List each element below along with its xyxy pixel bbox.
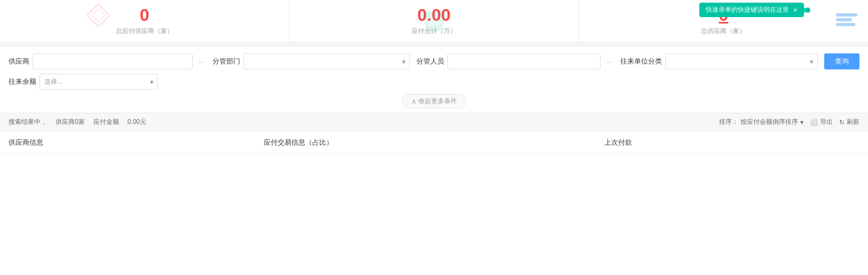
filter-bar: 供应商 ··· 分管部门 ▾ 分管人员 ··· 往来单位分类	[0, 47, 868, 113]
result-info: 搜索结果中， 供应商0家 应付金额 0.00元	[9, 117, 146, 127]
supplier-dots-btn[interactable]: ···	[196, 58, 206, 66]
result-amount-label: 应付金额	[93, 117, 119, 127]
person-filter: 分管人员 ···	[416, 53, 614, 69]
collapse-btn[interactable]: ∧ 收起更多条件	[402, 94, 466, 108]
person-dots-btn[interactable]: ···	[604, 58, 614, 66]
person-label: 分管人员	[416, 57, 444, 66]
refresh-icon: ↻	[839, 119, 845, 126]
sort-label: 排序：	[719, 117, 738, 127]
refresh-button[interactable]: ↻ 刷新	[839, 117, 859, 127]
filter-row-1: 供应商 ··· 分管部门 ▾ 分管人员 ··· 往来单位分类	[9, 53, 859, 69]
sort-button[interactable]: 排序： 按应付会额倒序排序 ▾	[719, 117, 803, 127]
unit-class-select-wrap[interactable]: ▾	[665, 53, 818, 69]
supplier-label: 供应商	[9, 57, 29, 66]
table-body	[0, 154, 868, 275]
result-amount-value: 0.00元	[128, 117, 146, 127]
result-supplier-count: 供应商0家	[56, 117, 85, 127]
person-input[interactable]	[447, 53, 601, 69]
balance-select[interactable]: 选择...	[40, 74, 158, 90]
supplier-input[interactable]	[33, 53, 193, 69]
supplier-filter: 供应商 ···	[9, 53, 206, 69]
tooltip-bubble: 快速录单的快捷键说明在这里 ×	[699, 3, 804, 17]
result-actions: 排序： 按应付会额倒序排序 ▾ ⬜ 导出 ↻ 刷新	[719, 117, 859, 127]
stat-total-payable-suppliers: 0 总应付供应商（家）	[0, 0, 289, 42]
collapse-up-icon: ∧	[412, 98, 416, 105]
dept-label: 分管部门	[212, 57, 240, 66]
dept-select[interactable]	[243, 53, 410, 69]
col-header-supplier: 供应商信息	[9, 138, 264, 147]
dept-filter: 分管部门 ▾	[212, 53, 410, 69]
col-header-lastpay: 上次付款	[604, 138, 859, 147]
balance-filter: 往来余额 选择... ▾	[9, 74, 158, 90]
svg-rect-0	[86, 4, 109, 27]
sort-chevron-icon: ▾	[800, 119, 803, 126]
svg-point-5	[429, 16, 439, 27]
balance-label: 往来余额	[9, 77, 36, 87]
sort-value: 按应付会额倒序排序	[740, 117, 798, 127]
collapse-label: 收起更多条件	[419, 97, 457, 106]
export-label: 导出	[820, 117, 833, 127]
total-suppliers-label: 总供应商（家）	[701, 27, 746, 36]
export-button[interactable]: ⬜ 导出	[810, 117, 833, 127]
result-search-prefix: 搜索结果中，	[9, 117, 47, 127]
table-header: 供应商信息 应付交易信息（占比） 上次付款	[0, 131, 868, 154]
stat-payable-total: 0.00 应付合计（万）	[289, 0, 579, 42]
diamond-icon	[84, 1, 113, 30]
filter-row-2: 往来余额 选择... ▾	[9, 74, 859, 90]
tooltip-close-btn[interactable]: ×	[793, 6, 798, 14]
stat-total-suppliers: 快速录单的快捷键说明在这里 × 0 总供应商（家）	[579, 0, 868, 42]
total-payable-label: 总应付供应商（家）	[116, 27, 173, 36]
balance-select-wrap[interactable]: 选择... ▾	[40, 74, 158, 90]
tooltip-text: 快速录单的快捷键说明在这里	[706, 5, 789, 14]
svg-rect-1	[91, 9, 105, 22]
stats-bar: 0 总应付供应商（家） 0.00 应付合计（万） 快速录单的快捷键说明在这里 ×	[0, 0, 868, 43]
query-button[interactable]: 查询	[824, 53, 859, 69]
refresh-label: 刷新	[847, 117, 859, 127]
bear-icon	[418, 5, 450, 37]
unit-class-filter: 往来单位分类 ▾	[620, 53, 818, 69]
unit-class-select[interactable]	[665, 53, 818, 69]
unit-class-label: 往来单位分类	[620, 57, 662, 66]
result-bar: 搜索结果中， 供应商0家 应付金额 0.00元 排序： 按应付会额倒序排序 ▾ …	[0, 113, 868, 131]
dept-select-wrap[interactable]: ▾	[243, 53, 410, 69]
col-header-transaction: 应付交易信息（占比）	[264, 138, 604, 147]
export-icon: ⬜	[810, 119, 818, 126]
total-payable-number: 0	[140, 6, 149, 23]
lines-icon	[836, 13, 857, 29]
